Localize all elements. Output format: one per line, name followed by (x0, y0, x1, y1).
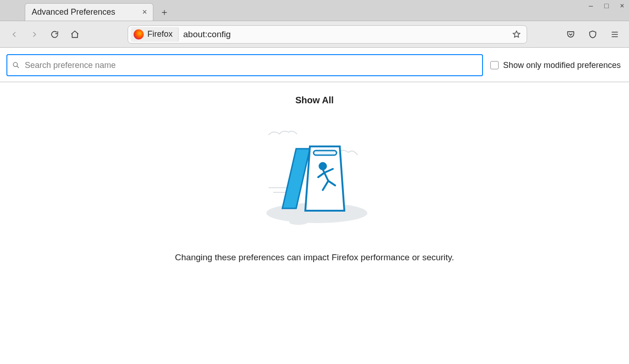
arrow-left-icon (10, 30, 19, 39)
reload-icon (50, 30, 59, 39)
back-button[interactable] (6, 26, 23, 43)
show-modified-checkbox[interactable]: Show only modified preferences (490, 61, 623, 70)
svg-point-0 (13, 62, 17, 67)
show-all-button[interactable]: Show All (0, 82, 629, 115)
reload-button[interactable] (46, 26, 63, 43)
firefox-logo-icon (134, 29, 144, 39)
ublock-button[interactable] (584, 26, 601, 43)
identity-box[interactable]: Firefox (131, 27, 179, 42)
window-maximize-button[interactable]: □ (602, 2, 611, 10)
checkbox-icon (490, 61, 499, 69)
page-content: Show only modified preferences Show All (0, 48, 629, 364)
show-modified-label: Show only modified preferences (503, 61, 621, 70)
caution-sign-illustration (241, 117, 388, 236)
window-close-button[interactable]: × (618, 2, 626, 10)
navigation-toolbar: Firefox about:config (0, 21, 629, 48)
app-menu-button[interactable] (606, 26, 623, 43)
window-minimize-button[interactable]: – (587, 2, 595, 10)
url-text: about:config (179, 29, 510, 39)
svg-point-2 (289, 219, 308, 225)
close-tab-icon[interactable]: × (141, 9, 148, 16)
bookmark-star-button[interactable] (510, 28, 523, 41)
preferences-search-input[interactable] (25, 61, 477, 70)
new-tab-button[interactable]: ＋ (157, 5, 172, 19)
title-bar: Advanced Preferences × ＋ – □ × (0, 0, 629, 21)
svg-marker-5 (305, 146, 344, 211)
hamburger-icon (610, 30, 619, 39)
star-icon (512, 30, 521, 39)
forward-button[interactable] (26, 26, 43, 43)
pocket-button[interactable] (562, 26, 579, 43)
identity-label: Firefox (147, 29, 173, 39)
info-text: Changing these preferences can impact Fi… (175, 252, 454, 263)
address-bar[interactable]: Firefox about:config (128, 25, 527, 44)
browser-tab[interactable]: Advanced Preferences × (25, 3, 153, 21)
svg-point-7 (320, 163, 326, 169)
window-controls: – □ × (587, 2, 626, 10)
illustration-section: Changing these preferences can impact Fi… (0, 115, 629, 263)
search-box[interactable] (6, 54, 483, 76)
search-icon (12, 61, 20, 69)
toolbar-right-icons (562, 26, 623, 43)
pocket-icon (566, 30, 575, 39)
tab-title: Advanced Preferences (32, 7, 136, 17)
home-button[interactable] (66, 26, 84, 43)
search-row: Show only modified preferences (0, 48, 629, 82)
shield-icon (588, 30, 597, 39)
home-icon (70, 30, 79, 39)
arrow-right-icon (30, 30, 39, 39)
svg-point-3 (349, 211, 367, 217)
svg-rect-6 (314, 151, 337, 155)
